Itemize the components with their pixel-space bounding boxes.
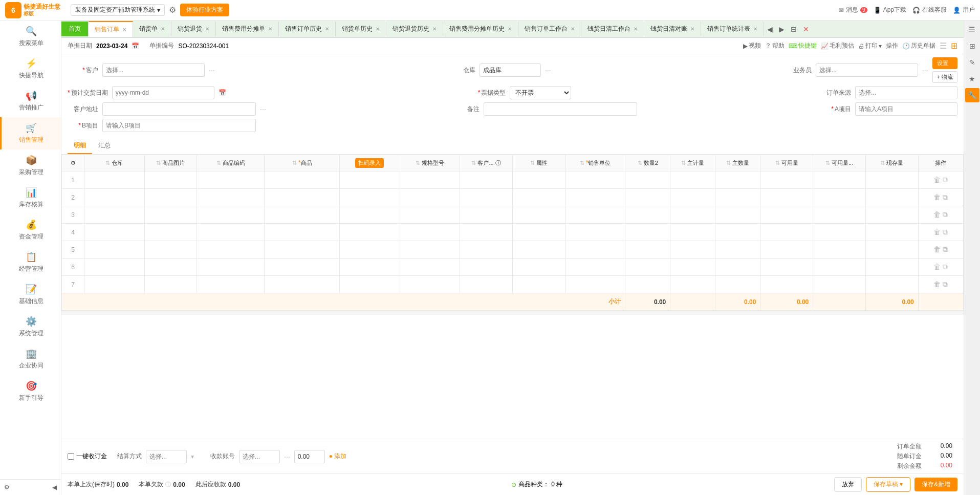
- app-download-btn[interactable]: 📱 App下载: [874, 6, 906, 14]
- copy-row-7-btn[interactable]: ⧉: [943, 280, 948, 289]
- a-project-input[interactable]: [855, 102, 957, 116]
- col-available[interactable]: ⇅ 可用量: [760, 155, 813, 171]
- tab-close-icon[interactable]: ✕: [122, 27, 126, 32]
- operations-link[interactable]: 操作: [886, 41, 898, 50]
- tab-close-icon[interactable]: ✕: [161, 26, 165, 32]
- tab-close-icon[interactable]: ✕: [325, 26, 329, 32]
- delivery-cal-icon[interactable]: 📅: [219, 89, 226, 96]
- tab-return-history[interactable]: 销货退货历史 ✕: [386, 21, 443, 36]
- save-draft-btn[interactable]: 保存草稿 ▾: [866, 477, 910, 492]
- tab-sales-order[interactable]: 销售订单 ✕: [89, 21, 133, 37]
- col-product[interactable]: ⇅ *商品: [265, 155, 340, 171]
- copy-row-3-btn[interactable]: ⧉: [943, 210, 948, 219]
- tab-close-icon[interactable]: ✕: [205, 26, 209, 32]
- sidebar-item-marketing[interactable]: 📢 营销推广: [0, 85, 61, 117]
- row-1-image[interactable]: [144, 171, 197, 189]
- delete-row-1-btn[interactable]: 🗑: [933, 176, 941, 184]
- tab-close-icon[interactable]: ✕: [432, 26, 437, 32]
- right-panel-icon-1[interactable]: ☰: [965, 23, 979, 37]
- profit-link[interactable]: 📈 毛利预估: [821, 41, 854, 50]
- col-customer-code[interactable]: ⇅ 客户... ⓘ: [460, 155, 513, 171]
- col-attr[interactable]: ⇅ 属性: [512, 155, 565, 171]
- row-1-customer-code[interactable]: [460, 171, 513, 189]
- sidebar-item-sales[interactable]: 🛒 销售管理: [0, 117, 61, 149]
- row-2-actions[interactable]: 🗑⧉: [918, 189, 963, 206]
- sidebar-item-inventory[interactable]: 📊 库存核算: [0, 182, 61, 214]
- sidebar-settings-icon[interactable]: ⚙: [4, 484, 10, 491]
- row-2-warehouse[interactable]: [84, 189, 144, 206]
- tab-sales-order-history[interactable]: 销售订单历史 ✕: [279, 21, 336, 36]
- payment-chevron-icon[interactable]: ▾: [191, 453, 194, 460]
- tab-close-icon[interactable]: ✕: [268, 26, 272, 32]
- history-link[interactable]: 🕐 历史单据: [902, 41, 935, 50]
- col-warehouse[interactable]: ⇅ 仓库: [84, 155, 144, 171]
- row-1-warehouse[interactable]: [84, 171, 144, 189]
- col-code[interactable]: ⇅ 商品编码: [197, 155, 265, 171]
- row-2-available2[interactable]: [813, 189, 866, 206]
- grid-view-icon[interactable]: ⊞: [951, 41, 957, 51]
- sidebar-item-purchase[interactable]: 📦 采购管理: [0, 149, 61, 182]
- row-1-unit[interactable]: [565, 171, 625, 189]
- delete-row-2-btn[interactable]: 🗑: [933, 193, 941, 202]
- tab-close-icon[interactable]: ✕: [753, 26, 757, 32]
- customer-input[interactable]: [102, 63, 205, 77]
- user-btn[interactable]: 👤 用户: [953, 6, 975, 14]
- col-settings[interactable]: ⚙: [62, 155, 84, 171]
- sidebar-item-basic-info[interactable]: 📝 基础信息: [0, 278, 61, 311]
- row-1-product[interactable]: [265, 171, 340, 189]
- tab-close-icon[interactable]: ✕: [508, 26, 512, 32]
- row-2-main-qty[interactable]: [715, 189, 760, 206]
- tab-sales-invoice[interactable]: 销货单 ✕: [133, 21, 171, 36]
- settings-icon[interactable]: ⚙: [169, 5, 176, 15]
- b-project-input[interactable]: [102, 119, 256, 132]
- row-2-available[interactable]: [760, 189, 813, 206]
- right-panel-icon-2[interactable]: ⊞: [965, 39, 979, 53]
- online-service-btn[interactable]: 🎧 在线客服: [912, 6, 947, 14]
- col-available2[interactable]: ⇅ 可用量...: [813, 155, 866, 171]
- col-qty2[interactable]: ⇅ 数量2: [625, 155, 670, 171]
- tab-sales-cost[interactable]: 销售费用分摊单 ✕: [216, 21, 279, 36]
- sidebar-collapse-icon[interactable]: ◀: [52, 484, 57, 491]
- row-2-unit[interactable]: [565, 189, 625, 206]
- invoice-select[interactable]: 不开票 增值税专用发票 增值税普通发票: [510, 86, 571, 99]
- tab-close-icon[interactable]: ✕: [376, 26, 380, 32]
- warehouse-dots-btn[interactable]: ···: [545, 66, 551, 74]
- col-scan[interactable]: 扫码录入: [340, 155, 400, 171]
- order-source-input[interactable]: [855, 86, 957, 99]
- tab-close-all-btn[interactable]: ✕: [800, 25, 812, 33]
- address-input[interactable]: [102, 102, 256, 116]
- view-link[interactable]: ▶ 视频: [743, 41, 761, 50]
- receipt-dots-btn[interactable]: ···: [284, 453, 290, 461]
- sidebar-item-quick-nav[interactable]: ⚡ 快捷导航: [0, 53, 61, 85]
- sidebar-item-system[interactable]: ⚙️ 系统管理: [0, 311, 61, 343]
- tab-sales-return[interactable]: 销货退货 ✕: [171, 21, 216, 36]
- delete-row-7-btn[interactable]: 🗑: [933, 280, 941, 289]
- tab-menu-btn[interactable]: ⊟: [788, 25, 800, 33]
- tab-close-icon[interactable]: ✕: [690, 26, 694, 32]
- settings-float-btn[interactable]: 设置: [932, 57, 957, 69]
- sidebar-item-enterprise[interactable]: 🏢 企业协同: [0, 343, 61, 375]
- delete-row-6-btn[interactable]: 🗑: [933, 263, 941, 271]
- tab-cost-history[interactable]: 销售费用分摊单历史 ✕: [443, 21, 518, 36]
- row-1-main-qty[interactable]: [715, 171, 760, 189]
- row-2-code[interactable]: [197, 189, 265, 206]
- list-view-icon[interactable]: ☰: [940, 41, 947, 51]
- right-panel-icon-3[interactable]: ✎: [965, 55, 979, 70]
- logistics-float-btn[interactable]: + 物流: [932, 71, 957, 83]
- row-1-current[interactable]: [866, 171, 919, 189]
- row-2-current[interactable]: [866, 189, 919, 206]
- receipt-account-input[interactable]: [239, 450, 280, 463]
- row-2-product[interactable]: [265, 189, 340, 206]
- delete-row-3-btn[interactable]: 🗑: [933, 210, 941, 219]
- col-current[interactable]: ⇅ 现存量: [866, 155, 919, 171]
- tab-detail[interactable]: 明细: [68, 138, 92, 154]
- tab-workbench[interactable]: 销售订单工作台 ✕: [518, 21, 581, 36]
- right-panel-icon-4[interactable]: ★: [965, 72, 979, 86]
- col-spec[interactable]: ⇅ 规格型号: [400, 155, 460, 171]
- delete-row-4-btn[interactable]: 🗑: [933, 228, 941, 236]
- copy-row-1-btn[interactable]: ⧉: [943, 176, 948, 184]
- help-link[interactable]: ？ 帮助: [765, 41, 785, 50]
- sidebar-item-guide[interactable]: 🎯 新手引导: [0, 375, 61, 407]
- row-2-qty2[interactable]: [625, 189, 670, 206]
- sidebar-item-finance[interactable]: 💰 资金管理: [0, 214, 61, 246]
